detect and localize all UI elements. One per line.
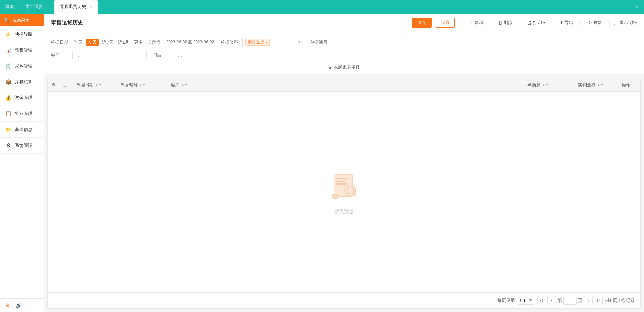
date-opt-today[interactable]: 今天 [86, 39, 99, 46]
page-number-input[interactable]: 1 [563, 297, 577, 305]
pagination: 每页显示 10 20 50 100 ⟨⟨ ‹ 第 1 页 › ⟩⟩ 共0页, 0… [48, 292, 640, 308]
sidebar: 🔍 搜索菜单 ⚡ 快捷导航 📊 销售管理 🛒 采购管理 📦 库存核算 💰 资金管… [0, 14, 44, 312]
table-select-all[interactable] [63, 82, 73, 88]
th-guide-label: 导购员 [527, 82, 541, 88]
date-opt-1month[interactable]: 近1月 [117, 39, 130, 46]
type-filter-group: 单据类型 零售退货 × ▾ [221, 37, 303, 47]
sidebar-item-capital-label: 资金管理 [15, 95, 32, 101]
sidebar-search[interactable]: 🔍 搜索菜单 [0, 14, 44, 26]
last-page-button[interactable]: ⟩⟩ [594, 296, 603, 305]
purchase-mgmt-icon: 🛒 [5, 63, 11, 69]
display-detail-input[interactable] [614, 21, 618, 25]
divider5: | [609, 20, 610, 25]
type-filter-label: 单据类型 [221, 39, 240, 45]
delete-icon: 🗑 [498, 20, 502, 25]
total-info: 共0页, 0条记录 [605, 297, 635, 304]
th-guide[interactable]: 导购员 ▲▼ [525, 82, 575, 88]
th-ops: 操作 [616, 82, 636, 88]
sidebar-item-quick-nav[interactable]: ⚡ 快捷导航 [0, 26, 44, 42]
tab-retail-return-close[interactable]: × [46, 4, 49, 9]
sidebar-item-ops-mgmt[interactable]: 📋 经营管理 [0, 106, 44, 122]
tab-retail-return-history[interactable]: 零售退货历史 × [54, 0, 98, 14]
display-detail-checkbox[interactable]: 显示明细 [614, 20, 637, 26]
collapse-row: ▲ 收起更多条件 [51, 63, 637, 71]
page-actions: 查询 设置 ＋ 新增 | 🗑 删除 | 🖨 打印 ▾ | [412, 18, 637, 28]
sidebar-item-sys-label: 系统管理 [15, 142, 32, 149]
export-button[interactable]: ⬆ 导出 [557, 18, 576, 27]
table-settings-icon[interactable]: ⚙ [52, 82, 63, 87]
page-unit: 页 [578, 297, 582, 304]
tab-home-label: 首页 [5, 4, 14, 10]
window-close-button[interactable]: × [635, 3, 639, 10]
sidebar-item-sys-mgmt[interactable]: ⚙ 系统管理 [0, 138, 44, 154]
print-button[interactable]: 🖨 打印 ▾ [525, 18, 548, 27]
sidebar-item-purchase-mgmt[interactable]: 🛒 采购管理 [0, 58, 44, 74]
per-page-label: 每页显示 [497, 297, 515, 304]
sidebar-item-quick-nav-label: 快捷导航 [15, 31, 32, 37]
first-page-button[interactable]: ⟨⟨ [537, 296, 546, 305]
capital-mgmt-icon: 💰 [5, 95, 11, 101]
refresh-icon: ↻ [588, 20, 592, 25]
new-button[interactable]: ＋ 新增 [466, 18, 486, 27]
sidebar-item-basic-label: 基础信息 [15, 127, 32, 133]
tab-retail-return-history-label: 零售退货历史 [60, 4, 86, 10]
th-amount-label: 实销金额 [578, 82, 596, 88]
svg-rect-2 [336, 181, 345, 182]
filter-area: 单据日期 昨天 今天 近7天 近1月 更多 自定义 2023-06-02 至 2… [44, 32, 644, 74]
tab-retail-return-history-close[interactable]: × [90, 4, 92, 9]
basic-info-icon: 📁 [5, 127, 11, 133]
table-header: ⚙ 单据日期 ▲▼ 单据编号 ▲▼ 客户 ▲▼ 导购员 [48, 78, 640, 92]
th-number[interactable]: 单据编号 ▲▼ [117, 82, 168, 88]
th-customer[interactable]: 客户 ▲▼ [168, 82, 525, 88]
next-page-button[interactable]: › [584, 296, 593, 305]
settings-button[interactable]: 设置 [436, 18, 455, 28]
th-customer-label: 客户 [171, 82, 180, 88]
tab-retail-return[interactable]: 零售退货 × [20, 0, 54, 14]
divider2: | [519, 20, 520, 25]
sidebar-item-sales-mgmt[interactable]: 📊 销售管理 [0, 42, 44, 58]
type-select[interactable]: 零售退货 × ▾ [242, 37, 303, 47]
th-date-sort-icon: ▲▼ [95, 83, 102, 87]
delete-button[interactable]: 🗑 删除 [495, 18, 515, 27]
collapse-button[interactable]: ▲ 收起更多条件 [328, 63, 360, 71]
date-opt-custom[interactable]: 自定义 [146, 39, 162, 46]
select-all-checkbox[interactable] [63, 82, 67, 87]
sidebar-item-capital-mgmt[interactable]: 💰 资金管理 [0, 90, 44, 106]
th-number-sort-icon: ▲▼ [139, 83, 146, 87]
sidebar-item-inventory-calc[interactable]: 📦 库存核算 [0, 74, 44, 90]
goods-placeholder: ... [178, 52, 182, 58]
settings-bottom-icon[interactable]: ⚙ [5, 302, 10, 309]
prev-page-button[interactable]: ‹ [547, 296, 556, 305]
customer-select[interactable]: ... [72, 51, 147, 59]
th-customer-sort-icon: ▲▼ [181, 83, 188, 87]
goods-select[interactable]: ... [175, 51, 249, 59]
th-number-label: 单据编号 [120, 82, 138, 88]
per-page-select[interactable]: 10 20 50 100 [518, 297, 534, 305]
date-options: 昨天 今天 近7天 近1月 更多 自定义 [72, 39, 162, 46]
tab-home[interactable]: 首页 [0, 0, 20, 14]
th-date[interactable]: 单据日期 ▲▼ [73, 82, 117, 88]
th-date-label: 单据日期 [76, 82, 94, 88]
table-area: ⚙ 单据日期 ▲▼ 单据编号 ▲▼ 客户 ▲▼ 导购员 [47, 78, 641, 309]
date-opt-yesterday[interactable]: 昨天 [72, 39, 84, 46]
divider1: | [490, 20, 491, 25]
page-label: 第 [557, 297, 562, 304]
docnum-filter-group: 单据编号 [310, 38, 406, 46]
query-button[interactable]: 查询 [412, 18, 432, 28]
ops-mgmt-icon: 📋 [5, 111, 11, 117]
customer-placeholder: ... [75, 52, 79, 58]
tab-list: 首页 零售退货 × 零售退货历史 × [0, 0, 629, 14]
page-nav: ⟨⟨ ‹ 第 1 页 › ⟩⟩ [537, 296, 603, 305]
refresh-button[interactable]: ↻ 刷新 [586, 18, 605, 27]
docnum-filter-label: 单据编号 [310, 39, 329, 45]
date-opt-7days[interactable]: 近7天 [101, 39, 115, 46]
inventory-calc-icon: 📦 [5, 79, 11, 85]
type-tag-close[interactable]: × [265, 40, 267, 44]
volume-icon[interactable]: 🔊 [16, 302, 22, 309]
docnum-input[interactable] [332, 38, 406, 46]
sidebar-item-basic-info[interactable]: 📁 基础信息 [0, 122, 44, 138]
sidebar-search-label: 搜索菜单 [12, 17, 30, 23]
empty-state: 暂无数据 [48, 92, 640, 292]
th-amount[interactable]: 实销金额 ▲▼ [575, 82, 616, 88]
date-opt-more[interactable]: 更多 [133, 39, 144, 46]
